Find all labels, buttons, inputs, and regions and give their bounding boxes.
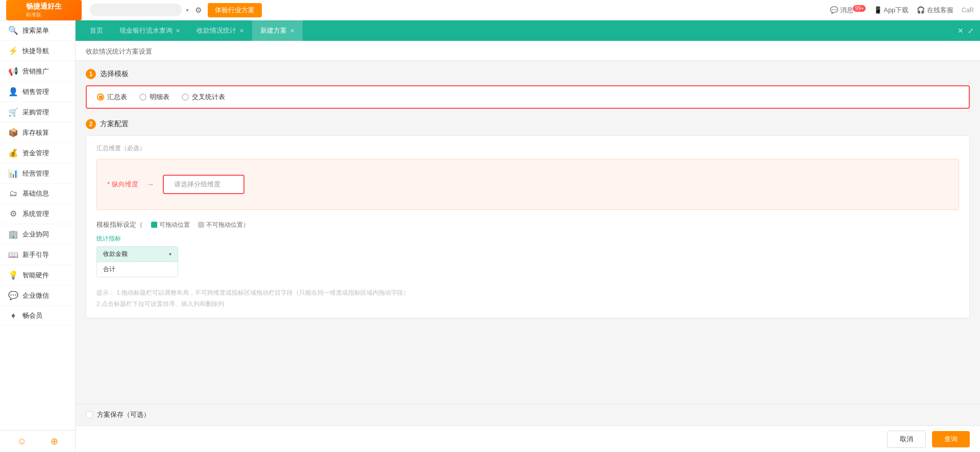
stats-table: 收款金额 ▾ 合计 <box>96 246 178 277</box>
bottom-bar: 取消 查询 <box>76 425 980 452</box>
sidebar-item-8[interactable]: 🗂 基础信息 <box>0 184 75 204</box>
sidebar-item-2[interactable]: 📢 营销推广 <box>0 61 75 82</box>
close-window-icon[interactable]: ✕ <box>958 27 964 35</box>
section1-title: 选择模板 <box>100 69 129 79</box>
sidebar-label-3: 销售管理 <box>22 87 49 97</box>
stats-label: 统计指标 <box>96 234 959 243</box>
drag-dot-green <box>151 222 157 228</box>
template-option-0[interactable]: 汇总表 <box>97 92 127 102</box>
tab-close-2[interactable]: ✕ <box>239 28 244 34</box>
sidebar-item-10[interactable]: 🏢 企业协同 <box>0 224 75 245</box>
online-support-button[interactable]: 🎧 在线客服 <box>917 6 953 15</box>
radio-label-2: 交叉统计表 <box>192 92 225 102</box>
sidebar-label-6: 资金管理 <box>22 149 49 158</box>
radio-huizongbiao[interactable] <box>97 93 104 101</box>
maximize-icon[interactable]: ⤢ <box>968 27 974 35</box>
stats-col-header-text: 收款金额 <box>103 250 128 258</box>
dim-group-select[interactable]: 请选择分组维度 <box>163 175 244 194</box>
trial-industry-button[interactable]: 体验行业方案 <box>208 3 262 17</box>
tab-2[interactable]: 收款情况统计 ✕ <box>188 20 252 41</box>
search-chevron-icon[interactable]: ▾ <box>186 7 189 14</box>
radio-jiaochatabiao[interactable] <box>182 93 189 101</box>
sidebar-icon-4: 🛒 <box>8 107 18 117</box>
template-option-2[interactable]: 交叉统计表 <box>182 92 225 102</box>
dimension-area: * 纵向维度 → 请选择分组维度 <box>96 159 959 210</box>
sidebar-item-3[interactable]: 👤 销售管理 <box>0 82 75 102</box>
dimension-title: 汇总维度（必选） <box>96 144 959 153</box>
sidebar-item-13[interactable]: 💬 企业微信 <box>0 286 75 306</box>
sidebar-icon-13: 💬 <box>8 291 18 300</box>
draggable-badge: 可拖动位置 <box>151 221 190 229</box>
sidebar-label-9: 系统管理 <box>22 209 49 219</box>
indicator-settings: 模板指标设定（ 可拖动位置 不可拖动位置） <box>96 220 959 277</box>
main-layout: 🔍 搜索菜单 ⚡ 快捷导航 📢 营销推广 👤 销售管理 🛒 采购管理 📦 库存核… <box>0 20 980 452</box>
sidebar-icon-2: 📢 <box>8 66 18 76</box>
sidebar-icon-12: 💡 <box>8 270 18 280</box>
sidebar-icon-3: 👤 <box>8 87 18 97</box>
section1-header: 1 选择模板 <box>86 69 970 79</box>
sidebar-item-9[interactable]: ⚙ 系统管理 <box>0 204 75 224</box>
tab-close-3[interactable]: ✕ <box>290 28 295 34</box>
top-bar-right: 💬 消息 99+ 📱 App下载 🎧 在线客服 CaR <box>830 6 974 15</box>
sidebar-icon-5: 📦 <box>8 128 18 137</box>
app-download-button[interactable]: 📱 App下载 <box>874 6 909 15</box>
query-button[interactable]: 查询 <box>932 431 970 447</box>
template-selector: 汇总表 明细表 交叉统计表 <box>86 85 970 109</box>
tab-bar: 首页现金银行流水查询 ✕收款情况统计 ✕新建方案 ✕ ✕ ⤢ <box>76 20 980 41</box>
sidebar-item-12[interactable]: 💡 智能硬件 <box>0 265 75 286</box>
cancel-button[interactable]: 取消 <box>887 431 926 448</box>
settings-icon[interactable]: ⚙ <box>195 6 202 15</box>
logo-sub: 标准版 <box>26 11 62 18</box>
indicator-title-text: 模板指标设定（ <box>96 220 143 229</box>
save-checkbox-label: 方案保存（可选） <box>97 410 150 419</box>
sidebar-label-14: 畅会员 <box>22 311 42 320</box>
sidebar-item-4[interactable]: 🛒 采购管理 <box>0 102 75 123</box>
tip-line2: 2.点击标题栏下拉可设置排序、插入列和删除列 <box>96 299 959 310</box>
sidebar-item-11[interactable]: 📖 新手引导 <box>0 245 75 265</box>
sidebar-item-6[interactable]: 💰 资金管理 <box>0 143 75 163</box>
stats-table-row: 合计 <box>97 262 178 277</box>
section1-num: 1 <box>86 69 96 79</box>
sidebar-bottom: ☺ ⊕ <box>0 430 75 452</box>
tip-line1: 提示： 1.拖动标题栏可以调整布局，不可跨维度或指标区域拖动栏目字段（只能在同一… <box>96 288 959 299</box>
tab-close-1[interactable]: ✕ <box>176 28 180 34</box>
tab-label-2: 收款情况统计 <box>197 26 236 35</box>
tab-1[interactable]: 现金银行流水查询 ✕ <box>111 20 188 41</box>
top-search-bar <box>90 4 182 16</box>
sidebar-icon-1: ⚡ <box>8 46 18 56</box>
tab-0[interactable]: 首页 <box>82 20 111 41</box>
sidebar-item-14[interactable]: ♦ 畅会员 <box>0 306 75 326</box>
section2-num: 2 <box>86 119 96 129</box>
sidebar-label-13: 企业微信 <box>22 291 49 300</box>
radio-mingxibiao[interactable] <box>139 93 146 101</box>
content-area: 首页现金银行流水查询 ✕收款情况统计 ✕新建方案 ✕ ✕ ⤢ 收款情况统计方案设… <box>76 20 980 452</box>
sidebar-label-4: 采购管理 <box>22 108 49 117</box>
radio-label-1: 明细表 <box>150 92 169 102</box>
stats-chevron-icon[interactable]: ▾ <box>169 251 172 257</box>
template-option-1[interactable]: 明细表 <box>139 92 169 102</box>
sidebar-icon-0: 🔍 <box>8 26 18 35</box>
sidebar-icon-6: 💰 <box>8 148 18 158</box>
sidebar-bottom-icon2[interactable]: ⊕ <box>51 436 58 447</box>
tab-3[interactable]: 新建方案 ✕ <box>252 20 303 41</box>
indicator-label-row: 模板指标设定（ 可拖动位置 不可拖动位置） <box>96 220 959 229</box>
stats-table-header[interactable]: 收款金额 ▾ <box>97 247 178 262</box>
sidebar-bottom-icon1[interactable]: ☺ <box>17 436 26 447</box>
sidebar-icon-11: 📖 <box>8 250 18 259</box>
page-content: 收款情况统计方案设置 1 选择模板 汇总表 明细表 <box>76 41 980 425</box>
message-badge: 99+ <box>853 5 866 12</box>
save-checkbox[interactable] <box>86 411 93 418</box>
sidebar-label-8: 基础信息 <box>22 189 49 198</box>
sidebar-icon-14: ♦ <box>8 311 18 320</box>
sidebar-item-5[interactable]: 📦 库存核算 <box>0 123 75 143</box>
sidebar-item-0[interactable]: 🔍 搜索菜单 <box>0 20 75 41</box>
dim-row-label: * 纵向维度 <box>107 180 138 189</box>
sidebar-label-11: 新手引导 <box>22 250 49 259</box>
dim-arrow-icon: → <box>146 180 155 189</box>
section2-header: 2 方案配置 <box>86 119 970 129</box>
section2-title: 方案配置 <box>100 120 129 129</box>
drag-dot-gray <box>198 222 204 228</box>
message-button[interactable]: 💬 消息 99+ <box>830 6 866 15</box>
sidebar-item-7[interactable]: 📊 经营管理 <box>0 163 75 184</box>
sidebar-item-1[interactable]: ⚡ 快捷导航 <box>0 41 75 61</box>
